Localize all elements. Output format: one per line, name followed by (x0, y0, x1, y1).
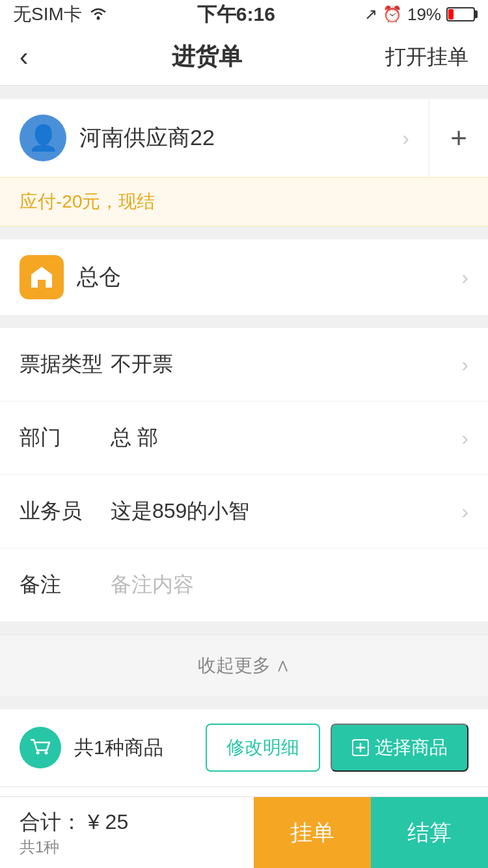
alarm-icon: ⏰ (383, 5, 402, 23)
nav-bar: ‹ 进货单 打开挂单 (0, 29, 488, 86)
remark-input[interactable]: 备注内容 (111, 571, 468, 599)
hang-button[interactable]: 挂单 (254, 797, 371, 868)
dept-value: 总 部 (111, 424, 461, 452)
location-icon: ↗ (364, 5, 377, 23)
supplier-avatar: 👤 (20, 115, 66, 161)
status-right: ↗ ⏰ 19% (364, 5, 475, 25)
svg-point-2 (45, 752, 48, 755)
battery-pct: 19% (407, 5, 441, 25)
warehouse-icon (20, 255, 64, 299)
summary-info: 合计： ¥ 25 共1种 (0, 797, 254, 868)
products-count: 共1种商品 (74, 735, 206, 761)
staff-value: 这是859的小智 (111, 497, 461, 526)
battery-icon (446, 7, 475, 21)
cart-icon (20, 727, 61, 768)
status-bar: 无SIM卡 下午6:16 ↗ ⏰ 19% (0, 0, 488, 29)
staff-label: 业务员 (20, 497, 111, 526)
invoice-value: 不开票 (111, 350, 461, 379)
chevron-right-icon: › (461, 500, 468, 524)
warehouse-name: 总仓 (77, 262, 461, 292)
supplier-name: 河南供应商22 (79, 123, 402, 153)
status-time: 下午6:16 (197, 1, 275, 28)
chevron-right-icon: › (402, 126, 409, 150)
invoice-label: 票据类型 (20, 350, 111, 379)
warehouse-selector[interactable]: 总仓 › (0, 239, 488, 315)
collapse-label: 收起更多 ∧ (198, 655, 291, 675)
dept-row[interactable]: 部门 总 部 › (0, 401, 488, 475)
remark-row[interactable]: 备注 备注内容 (0, 549, 488, 621)
wifi-icon (88, 4, 108, 25)
select-product-button[interactable]: 选择商品 (331, 724, 468, 772)
staff-row[interactable]: 业务员 这是859的小智 › (0, 475, 488, 549)
supplier-selector[interactable]: 👤 河南供应商22 › (0, 99, 429, 177)
svg-point-1 (36, 752, 40, 755)
invoice-type-row[interactable]: 票据类型 不开票 › (0, 328, 488, 401)
total-amount: 合计： ¥ 25 (20, 808, 234, 837)
edit-detail-button[interactable]: 修改明细 (206, 724, 320, 772)
products-header: 共1种商品 修改明细 选择商品 (0, 709, 488, 786)
back-button[interactable]: ‹ (20, 42, 28, 72)
bottom-bar: 合计： ¥ 25 共1种 挂单 结算 (0, 796, 488, 868)
total-count: 共1种 (20, 837, 234, 858)
form-section: 票据类型 不开票 › 部门 总 部 › 业务员 这是859的小智 › 备注 备注… (0, 328, 488, 621)
warning-banner: 应付-20元，现结 (0, 177, 488, 226)
chevron-right-icon: › (461, 265, 468, 290)
svg-point-0 (96, 17, 100, 20)
chevron-right-icon: › (461, 426, 468, 450)
remark-label: 备注 (20, 571, 111, 599)
collapse-bar[interactable]: 收起更多 ∧ (0, 634, 488, 696)
checkout-button[interactable]: 结算 (371, 797, 488, 868)
dept-label: 部门 (20, 424, 111, 452)
carrier-text: 无SIM卡 (13, 2, 82, 27)
select-product-label: 选择商品 (375, 735, 448, 760)
status-carrier: 无SIM卡 (13, 2, 108, 27)
chevron-right-icon: › (461, 353, 468, 377)
open-hang-button[interactable]: 打开挂单 (385, 43, 468, 72)
add-supplier-button[interactable]: + (429, 99, 488, 177)
supplier-section: 👤 河南供应商22 › + (0, 99, 488, 177)
page-title: 进货单 (172, 41, 242, 73)
user-icon: 👤 (28, 124, 59, 152)
